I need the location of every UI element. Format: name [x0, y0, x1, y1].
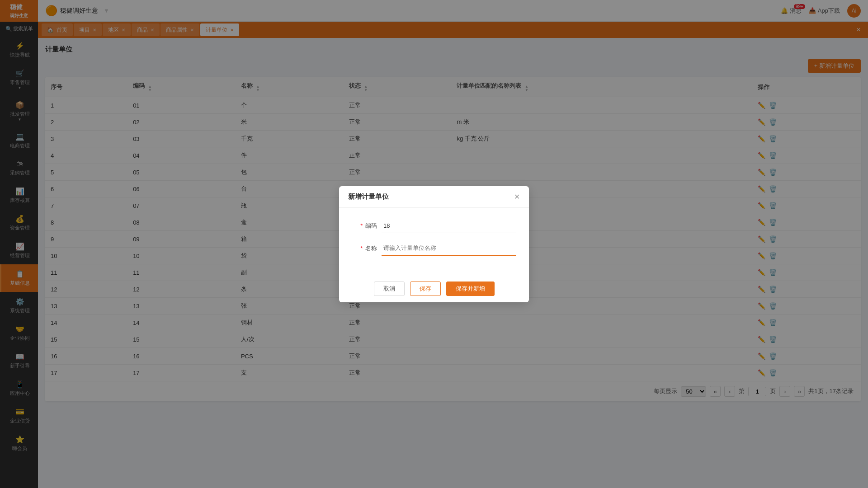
required-star-name: *	[360, 245, 363, 252]
cancel-button[interactable]: 取消	[374, 282, 405, 296]
required-star-code: *	[360, 222, 363, 229]
form-row-code: * 编码	[352, 219, 516, 233]
modal-title: 新增计量单位	[348, 192, 389, 201]
modal-close-button[interactable]: ✕	[514, 192, 520, 201]
name-input[interactable]	[382, 241, 516, 256]
form-row-name: * 名称	[352, 241, 516, 256]
code-label: * 编码	[352, 222, 377, 230]
modal-header: 新增计量单位 ✕	[339, 186, 529, 208]
save-button[interactable]: 保存	[410, 282, 441, 296]
modal-overlay[interactable]: 新增计量单位 ✕ * 编码 * 名称 取消 保存 保存并新增	[0, 0, 868, 488]
modal-body: * 编码 * 名称	[339, 208, 529, 275]
save-and-new-button[interactable]: 保存并新增	[446, 282, 495, 296]
modal-footer: 取消 保存 保存并新增	[339, 275, 529, 302]
code-input[interactable]	[382, 219, 516, 233]
add-unit-modal: 新增计量单位 ✕ * 编码 * 名称 取消 保存 保存并新增	[339, 186, 529, 302]
name-label: * 名称	[352, 244, 377, 253]
